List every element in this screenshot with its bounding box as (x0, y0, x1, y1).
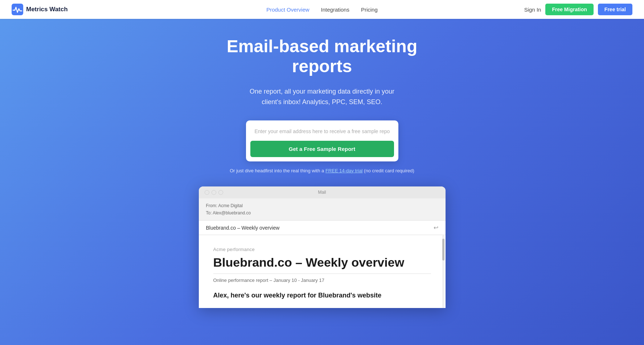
nav-actions: Sign In Free Migration Free trial (524, 4, 632, 15)
nav-pricing[interactable]: Pricing (361, 7, 378, 13)
mail-subject-bar: Bluebrand.co – Weekly overview ↩ (199, 221, 446, 235)
brand-logo[interactable]: Metrics Watch (12, 4, 68, 15)
nav-product-overview[interactable]: Product Overview (266, 7, 309, 13)
hero-section: Email-based marketing reports One report… (0, 0, 644, 345)
mail-body: Acme performance Bluebrand.co – Weekly o… (199, 235, 446, 308)
tl-red (205, 190, 209, 195)
mail-subject: Bluebrand.co – Weekly overview (206, 225, 280, 231)
sign-in-link[interactable]: Sign In (524, 7, 541, 13)
email-form: Get a Free Sample Report (246, 120, 398, 161)
mail-header: From: Acme Digital To: Alex@bluebrand.co (199, 198, 446, 221)
mail-divider (213, 274, 431, 274)
mail-greeting: Alex, here's our weekly report for Blueb… (213, 292, 431, 299)
mail-from: From: Acme Digital (206, 202, 438, 209)
navbar: Metrics Watch Product Overview Integrati… (0, 0, 644, 19)
sample-report-button[interactable]: Get a Free Sample Report (250, 141, 394, 157)
mail-to: To: Alex@bluebrand.co (206, 209, 438, 217)
reply-icon: ↩ (434, 224, 438, 231)
free-trial-button[interactable]: Free trial (598, 4, 632, 15)
hero-subtitle: One report, all your marketing data dire… (242, 86, 402, 107)
mail-title-bar: Mail (199, 186, 446, 198)
logo-icon (12, 4, 23, 15)
tl-green (218, 190, 223, 195)
brand-name: Metrics Watch (26, 6, 68, 13)
tl-yellow (212, 190, 216, 195)
mail-acme-label: Acme performance (213, 247, 431, 252)
free-trial-link[interactable]: FREE 14-day trial (325, 168, 363, 173)
scrollbar[interactable] (442, 235, 445, 308)
mail-preview-window: Mail From: Acme Digital To: Alex@bluebra… (199, 186, 446, 308)
traffic-lights (205, 190, 223, 195)
nav-integrations[interactable]: Integrations (321, 7, 349, 13)
mail-date-range: Online performance report – January 10 -… (213, 278, 431, 283)
hero-title: Email-based marketing reports (195, 36, 449, 76)
email-input[interactable] (250, 125, 394, 138)
nav-links: Product Overview Integrations Pricing (266, 7, 378, 13)
free-migration-button[interactable]: Free Migration (545, 4, 593, 15)
hero-cta-sub: Or just dive headfirst into the real thi… (230, 168, 414, 173)
svg-rect-0 (12, 4, 23, 15)
mail-report-title: Bluebrand.co – Weekly overview (213, 255, 431, 270)
mail-window-label: Mail (318, 190, 326, 195)
